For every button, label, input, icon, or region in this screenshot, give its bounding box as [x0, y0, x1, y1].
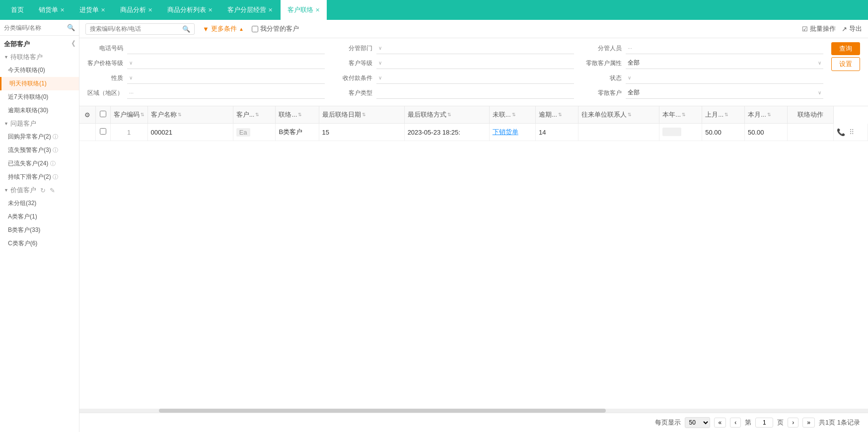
retail-attr-select[interactable]: 全部 ∨ — [626, 57, 823, 69]
cust-level-select[interactable]: ∨ — [376, 57, 574, 69]
next-page-btn[interactable]: › — [788, 418, 798, 428]
cust-level-label: 客户等级 — [337, 59, 376, 68]
contact-action-icon[interactable]: 📞 — [837, 128, 845, 136]
payment-select[interactable]: ∨ — [376, 72, 574, 84]
status-select[interactable]: ∨ — [626, 72, 823, 84]
nav-sales[interactable]: 销货单 ✕ — [32, 0, 72, 20]
sidebar-item-abnormal[interactable]: 回购异常客户(2) ⓘ — [0, 130, 79, 144]
sidebar-item-c-class[interactable]: C类客户(6) — [0, 237, 79, 250]
sidebar-item-churn-warn[interactable]: 流失预警客户(3) ⓘ — [0, 144, 79, 157]
page-input[interactable] — [755, 418, 773, 428]
sidebar-item-churned[interactable]: 已流失客户(24) ⓘ — [0, 157, 79, 170]
row-checkbox[interactable] — [100, 128, 106, 135]
table-header-row: ⚙ 客户编码 ⇅ 客户名称 — [79, 106, 868, 124]
more-action-icon[interactable]: ⠿ — [849, 128, 854, 136]
name-sort-icon[interactable]: ⇅ — [178, 112, 182, 117]
search-icon[interactable]: 🔍 — [182, 25, 190, 33]
row-type-cell: B类客户 — [276, 124, 319, 141]
price-level-select[interactable]: ∨ — [127, 57, 325, 69]
unit-contact-sort-icon[interactable]: ⇅ — [628, 112, 632, 117]
search-box: 🔍 — [85, 23, 195, 35]
select-all-checkbox[interactable] — [100, 111, 106, 117]
this-year-sort-icon[interactable]: ⇅ — [682, 112, 686, 117]
last-method-sort-icon[interactable]: ⇅ — [447, 112, 451, 117]
last-date-sort-icon[interactable]: ⇅ — [362, 112, 366, 117]
nav-purchase-close[interactable]: ✕ — [101, 0, 105, 20]
col-settings: ⚙ — [79, 106, 95, 124]
nav-product-list-close[interactable]: ✕ — [208, 0, 213, 20]
first-page-btn[interactable]: « — [714, 418, 726, 428]
my-customers-checkbox[interactable] — [252, 26, 258, 32]
nature-select[interactable]: ∨ — [127, 72, 325, 84]
query-btn[interactable]: 查询 — [831, 42, 860, 55]
sidebar-collapse-icon[interactable]: 《 — [68, 40, 75, 49]
settings-icon[interactable]: ⚙ — [84, 111, 90, 119]
more-conditions-btn[interactable]: ▼ 更多条件 ▲ — [199, 23, 248, 35]
export-btn[interactable]: ↗ 导出 — [842, 24, 862, 33]
sidebar-item-declining[interactable]: 持续下滑客户(2) ⓘ — [0, 170, 79, 184]
sidebar-item-ungrouped[interactable]: 未分组(32) — [0, 197, 79, 210]
last-method-link[interactable]: 下销货单 — [493, 128, 518, 136]
sidebar-item-7days[interactable]: 近7天待联络(0) — [0, 90, 79, 104]
settings-btn[interactable]: 设置 — [831, 57, 860, 71]
retail-cust-arrow-icon: ∨ — [818, 90, 821, 95]
filter-cell-phone: 电话号码 — [87, 42, 325, 54]
col-name: 客户名称 ⇅ — [147, 106, 233, 124]
nav-purchase[interactable]: 进货单 ✕ — [72, 0, 112, 20]
nav-customer-contact-close[interactable]: ✕ — [315, 0, 320, 20]
sidebar-search-input[interactable] — [4, 24, 65, 31]
all-customers-header: 全部客户 《 — [0, 36, 79, 51]
overdue-sort-icon[interactable]: ⇅ — [558, 112, 562, 117]
customer-table: ⚙ 客户编码 ⇅ 客户名称 — [79, 106, 868, 141]
nav-product-analysis[interactable]: 商品分析 ✕ — [113, 0, 159, 20]
nav-product-list[interactable]: 商品分析列表 ✕ — [160, 0, 219, 20]
region-more-icon[interactable]: ··· — [129, 90, 134, 96]
price-level-label: 客户价格等级 — [87, 59, 127, 68]
person-label: 分管人员 — [586, 44, 626, 53]
nav-home[interactable]: 首页 — [4, 0, 31, 20]
filter-cell-cust-level: 客户等级 ∨ — [337, 57, 574, 69]
nav-customer-contact[interactable]: 客户联络 ✕ — [281, 0, 327, 20]
this-month-sort-icon[interactable]: ⇅ — [767, 112, 771, 117]
payment-arrow-icon: ∨ — [378, 75, 382, 80]
nav-product-analysis-close[interactable]: ✕ — [148, 0, 152, 20]
value-refresh-icon[interactable]: ↻ — [40, 187, 46, 194]
retail-cust-select[interactable]: 全部 ∨ — [626, 87, 823, 99]
sidebar-item-overdue[interactable]: 逾期未联络(30) — [0, 104, 79, 117]
value-edit-icon[interactable]: ✎ — [50, 187, 55, 194]
region-input[interactable]: ··· — [127, 87, 325, 99]
sidebar-search-icon[interactable]: 🔍 — [67, 24, 75, 31]
per-page-select[interactable]: 50 100 200 — [685, 417, 710, 428]
top-nav: 首页 销货单 ✕ 进货单 ✕ 商品分析 ✕ 商品分析列表 ✕ 客户分层经营 ✕ … — [0, 0, 868, 20]
nav-sales-close[interactable]: ✕ — [60, 0, 65, 20]
main-layout: 🔍 全部客户 《 待联络客户 今天待联络(0) 明天待联络(1) 近7天待联络(… — [0, 20, 868, 432]
group-problem-customers: 问题客户 — [0, 117, 79, 130]
row-action-cell: 📞 ⠿ — [834, 124, 868, 141]
code-sort-icon[interactable]: ⇅ — [141, 112, 145, 117]
sidebar-item-b-class[interactable]: B类客户(33) — [0, 223, 79, 237]
batch-op-btn[interactable]: ☑ 批量操作 — [802, 24, 836, 33]
h-scrollbar-thumb[interactable] — [159, 409, 606, 413]
sidebar-item-today[interactable]: 今天待联络(0) — [0, 64, 79, 77]
status-arrow-icon: ∨ — [628, 75, 631, 80]
sidebar-item-tomorrow[interactable]: 明天待联络(1) — [0, 77, 79, 90]
col-this-year: 本年... ⇅ — [659, 106, 702, 124]
type-sort-icon[interactable]: ⇅ — [255, 112, 259, 117]
person-input[interactable]: ··· — [626, 42, 823, 54]
region-label: 区域（地区） — [87, 89, 127, 97]
search-input[interactable] — [90, 25, 180, 32]
contact-sort-icon[interactable]: ⇅ — [298, 112, 302, 117]
nav-customer-layer[interactable]: 客户分层经营 ✕ — [220, 0, 280, 20]
checkbox-icon: ☑ — [802, 25, 808, 33]
phone-input[interactable] — [127, 42, 325, 54]
prev-page-btn[interactable]: ‹ — [730, 418, 741, 428]
last-month-sort-icon[interactable]: ⇅ — [724, 112, 728, 117]
unlink-sort-icon[interactable]: ⇅ — [512, 112, 516, 117]
person-more-icon[interactable]: ··· — [628, 45, 632, 51]
row-overdue-cell — [578, 124, 659, 141]
last-page-btn[interactable]: » — [802, 418, 815, 428]
sidebar-item-a-class[interactable]: A类客户(1) — [0, 210, 79, 223]
cust-type-input[interactable] — [376, 87, 574, 99]
nav-customer-layer-close[interactable]: ✕ — [268, 0, 273, 20]
dept-select[interactable]: ∨ — [376, 42, 574, 54]
